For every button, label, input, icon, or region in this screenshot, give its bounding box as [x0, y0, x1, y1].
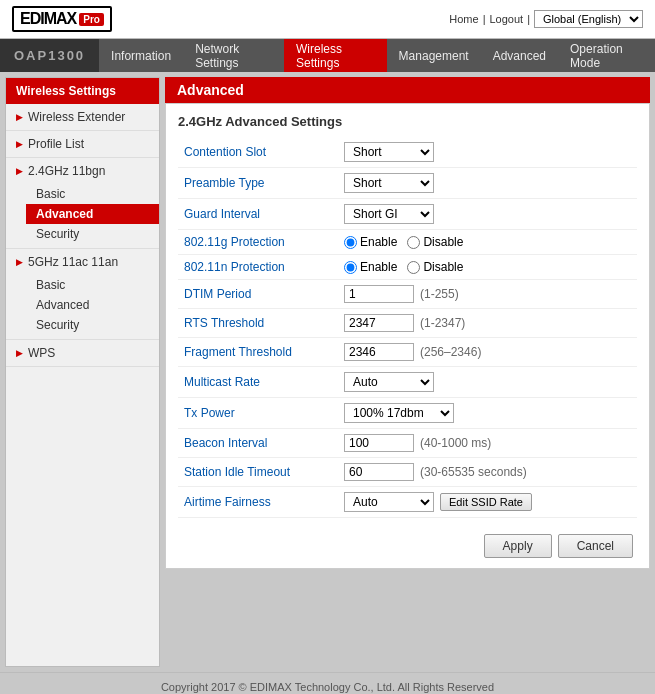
nav-item-information[interactable]: Information	[99, 39, 183, 72]
setting-row-airtime-fairness: Airtime Fairness Auto Enable Disable Edi…	[178, 487, 637, 518]
sidebar-group-5ghz: ▶ 5GHz 11ac 11an Basic Advanced Security	[6, 249, 159, 340]
sidebar-item-wireless-extender[interactable]: ▶ Wireless Extender	[6, 104, 159, 131]
sidebar-item-label: 5GHz 11ac 11an	[28, 255, 118, 269]
80211g-disable-radio[interactable]	[407, 236, 420, 249]
home-link[interactable]: Home	[449, 13, 478, 25]
sidebar-item-profile-list[interactable]: ▶ Profile List	[6, 131, 159, 158]
sidebar-item-label: Wireless Extender	[28, 110, 125, 124]
dtim-period-link[interactable]: DTIM Period	[184, 287, 251, 301]
80211g-disable-label[interactable]: Disable	[407, 235, 463, 249]
80211n-protection-radio-group: Enable Disable	[344, 260, 631, 274]
setting-row-dtim-period: DTIM Period (1-255)	[178, 280, 637, 309]
multicast-rate-link[interactable]: Multicast Rate	[184, 375, 260, 389]
language-select[interactable]: Global (English)	[534, 10, 643, 28]
sidebar-sub-5ghz: Basic Advanced Security	[6, 275, 159, 339]
fragment-threshold-hint: (256–2346)	[420, 345, 481, 359]
preamble-type-link[interactable]: Preamble Type	[184, 176, 265, 190]
contention-slot-link[interactable]: Contention Slot	[184, 145, 266, 159]
fragment-threshold-link[interactable]: Fragment Threshold	[184, 345, 292, 359]
settings-table: Contention Slot Short Long Preamble Type…	[178, 137, 637, 518]
80211n-enable-radio[interactable]	[344, 261, 357, 274]
sidebar-item-label: Profile List	[28, 137, 84, 151]
setting-row-multicast-rate: Multicast Rate Auto 1 2 5.5 11	[178, 367, 637, 398]
panel-body: 2.4GHz Advanced Settings Contention Slot…	[165, 103, 650, 569]
guard-interval-link[interactable]: Guard Interval	[184, 207, 260, 221]
guard-interval-select[interactable]: Short GI Long GI	[344, 204, 434, 224]
setting-row-guard-interval: Guard Interval Short GI Long GI	[178, 199, 637, 230]
sidebar-sub-item-basic-2ghz[interactable]: Basic	[26, 184, 159, 204]
main-panel: Advanced 2.4GHz Advanced Settings Conten…	[165, 77, 650, 667]
contention-slot-select[interactable]: Short Long	[344, 142, 434, 162]
arrow-icon: ▶	[16, 166, 23, 176]
setting-row-contention-slot: Contention Slot Short Long	[178, 137, 637, 168]
apply-button[interactable]: Apply	[484, 534, 552, 558]
sidebar-sub-2ghz: Basic Advanced Security	[6, 184, 159, 248]
nav-item-management[interactable]: Management	[387, 39, 481, 72]
80211n-enable-label[interactable]: Enable	[344, 260, 397, 274]
arrow-icon: ▶	[16, 112, 23, 122]
rts-threshold-hint: (1-2347)	[420, 316, 465, 330]
header: EDIMAX Pro Home | Logout | Global (Engli…	[0, 0, 655, 39]
setting-row-rts-threshold: RTS Threshold (1-2347)	[178, 309, 637, 338]
dtim-period-input[interactable]	[344, 285, 414, 303]
80211n-disable-radio[interactable]	[407, 261, 420, 274]
airtime-fairness-select[interactable]: Auto Enable Disable	[344, 492, 434, 512]
sidebar-sub-item-basic-5ghz[interactable]: Basic	[26, 275, 159, 295]
nav-item-operation-mode[interactable]: Operation Mode	[558, 39, 655, 72]
airtime-fairness-link[interactable]: Airtime Fairness	[184, 495, 271, 509]
nav-item-advanced[interactable]: Advanced	[481, 39, 558, 72]
sidebar-sub-item-advanced-2ghz[interactable]: Advanced	[26, 204, 159, 224]
station-idle-timeout-link[interactable]: Station Idle Timeout	[184, 465, 290, 479]
station-idle-timeout-hint: (30-65535 seconds)	[420, 465, 527, 479]
tx-power-select[interactable]: 100% 17dbm 75% 15dbm 50% 13dbm 25% 10dbm	[344, 403, 454, 423]
header-nav: Home | Logout | Global (English)	[449, 10, 643, 28]
navbar-brand: OAP1300	[0, 39, 99, 72]
nav-item-wireless-settings[interactable]: Wireless Settings	[284, 39, 387, 72]
arrow-icon: ▶	[16, 257, 23, 267]
setting-row-beacon-interval: Beacon Interval (40-1000 ms)	[178, 429, 637, 458]
panel-header: Advanced	[165, 77, 650, 103]
rts-threshold-input[interactable]	[344, 314, 414, 332]
logo-pro-badge: Pro	[79, 13, 104, 26]
80211g-enable-radio[interactable]	[344, 236, 357, 249]
sidebar-item-label: WPS	[28, 346, 55, 360]
setting-row-80211g-protection: 802.11g Protection Enable Disable	[178, 230, 637, 255]
tx-power-link[interactable]: Tx Power	[184, 406, 235, 420]
80211n-disable-label[interactable]: Disable	[407, 260, 463, 274]
sidebar-item-wps[interactable]: ▶ WPS	[6, 340, 159, 367]
arrow-icon: ▶	[16, 139, 23, 149]
logout-link[interactable]: Logout	[489, 13, 523, 25]
80211g-protection-radio-group: Enable Disable	[344, 235, 631, 249]
sidebar-item-5ghz[interactable]: ▶ 5GHz 11ac 11an	[6, 249, 159, 275]
sidebar-item-label: 2.4GHz 11bgn	[28, 164, 105, 178]
sidebar-title: Wireless Settings	[6, 78, 159, 104]
station-idle-timeout-input[interactable]	[344, 463, 414, 481]
fragment-threshold-input[interactable]	[344, 343, 414, 361]
preamble-type-select[interactable]: Short Long	[344, 173, 434, 193]
nav-items: Information Network Settings Wireless Se…	[99, 39, 655, 72]
footer-text: Copyright 2017 © EDIMAX Technology Co., …	[161, 681, 494, 693]
button-row: Apply Cancel	[178, 534, 637, 558]
nav-item-network-settings[interactable]: Network Settings	[183, 39, 284, 72]
sidebar-sub-item-security-2ghz[interactable]: Security	[26, 224, 159, 244]
multicast-rate-select[interactable]: Auto 1 2 5.5 11	[344, 372, 434, 392]
beacon-interval-hint: (40-1000 ms)	[420, 436, 491, 450]
navbar: OAP1300 Information Network Settings Wir…	[0, 39, 655, 72]
sidebar-group-2ghz: ▶ 2.4GHz 11bgn Basic Advanced Security	[6, 158, 159, 249]
setting-row-tx-power: Tx Power 100% 17dbm 75% 15dbm 50% 13dbm …	[178, 398, 637, 429]
sidebar-item-2ghz[interactable]: ▶ 2.4GHz 11bgn	[6, 158, 159, 184]
beacon-interval-link[interactable]: Beacon Interval	[184, 436, 267, 450]
dtim-period-hint: (1-255)	[420, 287, 459, 301]
sidebar: Wireless Settings ▶ Wireless Extender ▶ …	[5, 77, 160, 667]
sidebar-sub-item-security-5ghz[interactable]: Security	[26, 315, 159, 335]
80211g-protection-link[interactable]: 802.11g Protection	[184, 235, 285, 249]
rts-threshold-link[interactable]: RTS Threshold	[184, 316, 264, 330]
80211g-enable-label[interactable]: Enable	[344, 235, 397, 249]
logo: EDIMAX Pro	[12, 6, 112, 32]
80211n-protection-link[interactable]: 802.11n Protection	[184, 260, 285, 274]
sidebar-sub-item-advanced-5ghz[interactable]: Advanced	[26, 295, 159, 315]
cancel-button[interactable]: Cancel	[558, 534, 633, 558]
content-area: Wireless Settings ▶ Wireless Extender ▶ …	[0, 72, 655, 672]
beacon-interval-input[interactable]	[344, 434, 414, 452]
edit-ssid-rate-button[interactable]: Edit SSID Rate	[440, 493, 532, 511]
